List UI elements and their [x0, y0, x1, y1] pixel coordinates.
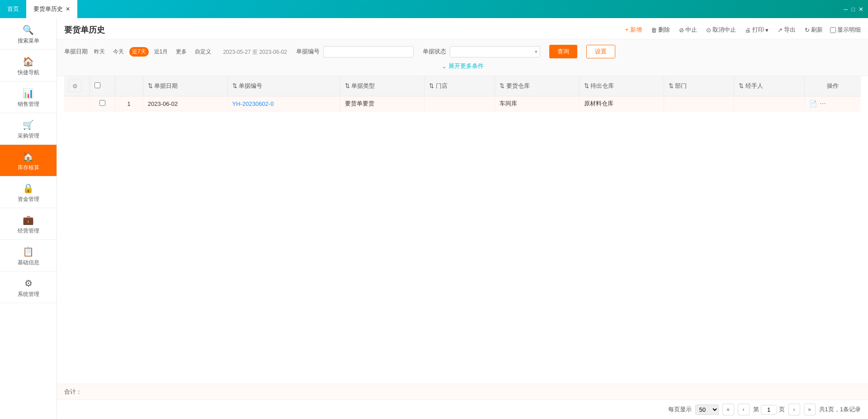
- sidebar-item-purchase[interactable]: 🛒 采购管理: [0, 113, 57, 145]
- expand-more-label: 展开更多条件: [448, 62, 484, 70]
- sidebar-item-finance[interactable]: 🔒 资金管理: [0, 176, 57, 208]
- tab-requisition-history[interactable]: 要货单历史 ✕: [26, 0, 77, 18]
- pagination-page: 第 页: [753, 405, 785, 414]
- sales-icon: 📊: [23, 88, 34, 99]
- sidebar: 🔍 搜索菜单 🏠 快捷导航 📊 销售管理 🛒 采购管理 🏠 库存核算 🔒 资金管…: [0, 18, 57, 419]
- td-doc-type: 要货单要货: [340, 96, 425, 111]
- window-controls: ─ □ ✕: [844, 6, 868, 13]
- th-date[interactable]: ⇅ 单据日期: [143, 76, 227, 96]
- select-all-checkbox[interactable]: [94, 82, 100, 88]
- suspend-label: 中止: [685, 26, 697, 34]
- search-menu-icon: 🔍: [23, 24, 34, 35]
- row-more-icon[interactable]: ⋯: [820, 100, 826, 107]
- date-btn-custom[interactable]: 自定义: [192, 47, 214, 57]
- page-title: 要货单历史: [64, 24, 105, 35]
- date-range-display: 2023-05-27 至 2023-06-02: [223, 48, 287, 56]
- last-page-btn[interactable]: »: [804, 404, 816, 415]
- status-select-wrapper: [450, 46, 540, 57]
- date-btn-last7days[interactable]: 近7天: [129, 47, 149, 57]
- show-detail-checkbox[interactable]: [830, 27, 836, 33]
- tab-close-icon[interactable]: ✕: [66, 6, 70, 12]
- doc-no-link[interactable]: YH-20230602-0: [232, 100, 274, 107]
- date-btn-yesterday[interactable]: 昨天: [91, 47, 108, 57]
- add-button[interactable]: + 新增: [623, 25, 644, 35]
- content-area: 要货单历史 + 新增 🗑 删除 ⊘ 中止 ⊙ 取消中止 🖨 打印: [57, 18, 868, 419]
- export-label: 导出: [784, 26, 796, 34]
- settings-button[interactable]: 设置: [586, 45, 615, 58]
- refresh-button[interactable]: ↻ 刷新: [803, 25, 825, 35]
- table-body: 1 2023-06-02 YH-20230602-0 要货单要货 车间库 原材料…: [64, 96, 861, 111]
- th-handler-label: ⇅ 经手人: [739, 82, 763, 89]
- th-doc-no[interactable]: ⇅ 单据编号: [227, 76, 340, 96]
- table-settings-gear[interactable]: ⚙: [69, 80, 81, 92]
- th-doc-no-label: ⇅ 单据编号: [232, 82, 263, 89]
- show-detail-button[interactable]: 显示明细: [830, 26, 861, 34]
- th-pending-warehouse-label: ⇅ 待出仓库: [584, 82, 614, 89]
- total-label: 合计：: [64, 388, 82, 395]
- first-page-btn[interactable]: «: [722, 404, 734, 415]
- delete-button[interactable]: 🗑 删除: [649, 25, 672, 35]
- export-icon: ↗: [778, 27, 783, 33]
- date-filter-label: 单据日期: [64, 48, 88, 56]
- date-btn-last1month[interactable]: 近1月: [151, 47, 171, 57]
- row-checkbox[interactable]: [99, 100, 105, 106]
- expand-more-btn[interactable]: ⌄ 展开更多条件: [64, 62, 861, 70]
- inventory-icon: 🏠: [23, 151, 34, 162]
- status-select[interactable]: [450, 46, 540, 57]
- tab-home-label: 首页: [7, 5, 19, 13]
- th-doc-type-label: ⇅ 单据类型: [345, 82, 375, 89]
- main-layout: 🔍 搜索菜单 🏠 快捷导航 📊 销售管理 🛒 采购管理 🏠 库存核算 🔒 资金管…: [0, 18, 868, 419]
- print-button[interactable]: 🖨 打印 ▾: [743, 25, 770, 35]
- td-action: 📄 ⋯: [804, 96, 861, 111]
- filter-area: 单据日期 昨天 今天 近7天 近1月 更多 自定义 2023-05-27 至 2…: [57, 39, 868, 76]
- prev-page-btn[interactable]: ‹: [738, 404, 750, 415]
- next-page-btn[interactable]: ›: [788, 404, 800, 415]
- date-filter-group: 单据日期 昨天 今天 近7天 近1月 更多 自定义: [64, 47, 214, 57]
- sidebar-item-operations[interactable]: 💼 经营管理: [0, 208, 57, 240]
- th-dept[interactable]: ⇅ 部门: [664, 76, 734, 96]
- th-action: 操作: [804, 76, 861, 96]
- pagination: 每页显示 50 100 200 « ‹ 第 页 › » 共1页，1条记录: [57, 400, 868, 419]
- minimize-icon[interactable]: ─: [844, 6, 848, 13]
- search-button[interactable]: 查询: [549, 45, 577, 58]
- th-settings: ⚙: [64, 76, 90, 96]
- row-edit-icon[interactable]: 📄: [809, 100, 817, 107]
- finance-icon: 🔒: [23, 183, 34, 194]
- td-doc-no: YH-20230602-0: [227, 96, 340, 111]
- sidebar-item-inventory[interactable]: 🏠 库存核算: [0, 145, 57, 176]
- page-input[interactable]: [761, 405, 777, 414]
- maximize-icon[interactable]: □: [851, 6, 855, 13]
- table-footer: 合计：: [57, 384, 868, 400]
- table-row: 1 2023-06-02 YH-20230602-0 要货单要货 车间库 原材料…: [64, 96, 861, 111]
- th-req-warehouse[interactable]: ⇅ 要货仓库: [495, 76, 580, 96]
- export-button[interactable]: ↗ 导出: [776, 25, 797, 35]
- td-pending-warehouse: 原材料仓库: [579, 96, 664, 111]
- per-page-select[interactable]: 50 100 200: [695, 405, 719, 415]
- sidebar-item-search-menu[interactable]: 🔍 搜索菜单: [0, 18, 57, 50]
- sidebar-item-sales[interactable]: 📊 销售管理: [0, 81, 57, 113]
- table-area: ⚙ ⇅ 单据日期 ⇅ 单据编号 ⇅ 单据类型: [57, 76, 868, 384]
- td-handler: [734, 96, 805, 111]
- th-doc-type[interactable]: ⇅ 单据类型: [340, 76, 425, 96]
- tab-home[interactable]: 首页: [0, 0, 26, 18]
- filter-row-1: 单据日期 昨天 今天 近7天 近1月 更多 自定义 2023-05-27 至 2…: [64, 45, 861, 58]
- cancel-suspend-button[interactable]: ⊙ 取消中止: [704, 25, 738, 35]
- th-handler[interactable]: ⇅ 经手人: [734, 76, 805, 96]
- sidebar-item-basic-info[interactable]: 📋 基础信息: [0, 240, 57, 271]
- close-icon[interactable]: ✕: [859, 6, 863, 13]
- th-date-label: ⇅ 单据日期: [148, 82, 178, 89]
- suspend-button[interactable]: ⊘ 中止: [677, 25, 699, 35]
- system-icon: ⚙: [24, 278, 33, 289]
- th-pending-warehouse[interactable]: ⇅ 待出仓库: [579, 76, 664, 96]
- show-detail-label: 显示明细: [837, 26, 861, 34]
- td-dept: [664, 96, 734, 111]
- doc-no-input[interactable]: [323, 46, 414, 57]
- sidebar-item-inventory-label: 库存核算: [18, 164, 39, 171]
- sidebar-item-quick-nav[interactable]: 🏠 快捷导航: [0, 50, 57, 81]
- date-btn-more[interactable]: 更多: [173, 47, 189, 57]
- th-store[interactable]: ⇅ 门店: [425, 76, 495, 96]
- sidebar-item-system[interactable]: ⚙ 系统管理: [0, 271, 57, 303]
- doc-no-label: 单据编号: [296, 48, 320, 56]
- date-btn-today[interactable]: 今天: [110, 47, 127, 57]
- page-header: 要货单历史 + 新增 🗑 删除 ⊘ 中止 ⊙ 取消中止 🖨 打印: [57, 18, 868, 39]
